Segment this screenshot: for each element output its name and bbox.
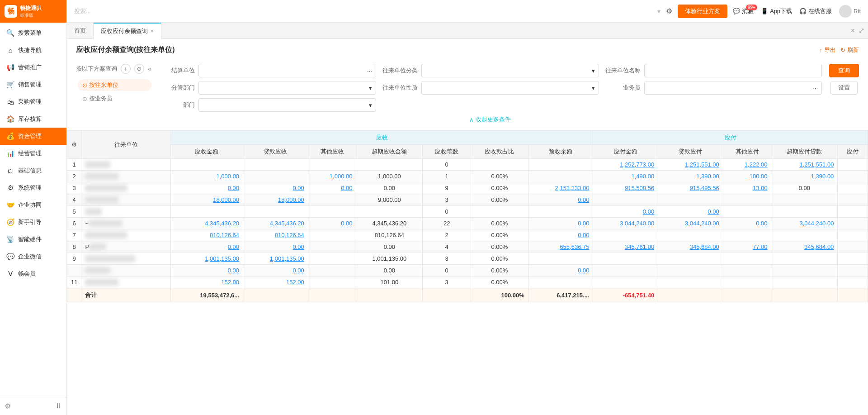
row-ap-amount[interactable]: 1,490.00 <box>593 171 658 182</box>
query-button[interactable]: 查询 <box>829 64 859 77</box>
tab-close-icon[interactable]: × <box>151 28 154 34</box>
app-download-btn[interactable]: 📱 App下载 <box>761 7 792 15</box>
settle-unit-input[interactable]: ··· <box>198 64 376 77</box>
row-ap-loan[interactable]: 915,495.56 <box>658 182 723 194</box>
table-settings-icon[interactable]: ⚙ <box>71 141 77 148</box>
row-ap-other[interactable]: 0.00 <box>723 218 771 229</box>
sidebar-item-finance[interactable]: 💰 资金管理 <box>0 128 66 145</box>
row-ap-overdue[interactable]: 1,251,551.00 <box>771 159 838 171</box>
sidebar-item-wechat[interactable]: 💬 企业微信 <box>0 248 66 265</box>
row-ap-amount[interactable]: 1,252,773.00 <box>593 159 658 171</box>
row-ap-amount[interactable]: 3,044,240.00 <box>593 218 658 229</box>
row-ar-prepay[interactable]: 0.00 <box>528 194 593 206</box>
filter-add-btn[interactable]: + <box>121 64 131 74</box>
row-ap-loan[interactable]: 3,044,240.00 <box>658 218 723 229</box>
row-ap-amount[interactable]: 915,508.56 <box>593 182 658 194</box>
employee-input[interactable]: ··· <box>644 81 822 95</box>
row-ar-amount[interactable]: 18,000.00 <box>170 194 243 206</box>
subunit-select[interactable]: ▾ <box>198 98 376 112</box>
scheme-by-employee[interactable]: ⊙ 按业务员 <box>78 93 151 105</box>
online-service-btn[interactable]: 🎧 在线客服 <box>799 7 832 15</box>
row-ar-prepay[interactable]: 0.00 <box>528 265 593 277</box>
partner-nature-select[interactable]: ▾ <box>421 81 599 95</box>
sidebar-item-nav[interactable]: ⌂ 快捷导航 <box>0 42 66 59</box>
row-ar-prepay[interactable]: 0.00 <box>528 229 593 241</box>
collapse-footer-icon[interactable]: ⏸ <box>55 402 62 410</box>
filter-collapse-btn[interactable]: ∧ 收起更多条件 <box>159 114 822 125</box>
sidebar-item-hardware[interactable]: 📡 智能硬件 <box>0 231 66 248</box>
row-ar-amount[interactable]: 152.00 <box>170 277 243 288</box>
window-expand-icon[interactable]: ⤢ <box>859 26 864 35</box>
sidebar-item-inventory[interactable]: 🏠 库存核算 <box>0 110 66 128</box>
row-ar-loan[interactable]: 0.00 <box>243 182 308 194</box>
row-ap-overdue[interactable]: 345,684.00 <box>771 241 838 253</box>
partner-category-select[interactable]: ▾ <box>421 64 599 77</box>
footer-ap-loan <box>658 288 723 302</box>
row-ap-other[interactable]: 77.00 <box>723 241 771 253</box>
tab-ar-ap[interactable]: 应收应付余额查询 × <box>94 23 161 39</box>
row-no: 4 <box>67 194 81 206</box>
row-ap-amount[interactable]: 0.00 <box>593 206 658 218</box>
scheme-by-partner[interactable]: ⊙ 按往来单位 <box>78 79 151 91</box>
row-ap-loan[interactable]: 1,251,551.00 <box>658 159 723 171</box>
sidebar-item-base[interactable]: 🗂 基础信息 <box>0 162 66 179</box>
row-ar-loan[interactable]: 1,001,135.00 <box>243 253 308 265</box>
row-ap-other[interactable]: 100.00 <box>723 171 771 182</box>
sidebar-item-system[interactable]: ⚙ 系统管理 <box>0 179 66 196</box>
sidebar-item-search[interactable]: 🔍 搜索菜单 <box>0 24 66 42</box>
row-ar-prepay[interactable]: 2,153,333.00 <box>528 182 593 194</box>
row-ar-amount[interactable]: 0.00 <box>170 241 243 253</box>
sidebar-item-purchase[interactable]: 🛍 采购管理 <box>0 93 66 110</box>
sidebar-item-sales[interactable]: 🛒 销售管理 <box>0 76 66 93</box>
breadcrumb-dropdown-icon[interactable]: ▾ <box>657 8 660 15</box>
user-profile[interactable]: Rit <box>839 5 861 18</box>
filter-scheme-btn[interactable]: ⊙ <box>134 64 144 74</box>
dept-select[interactable]: ▾ <box>198 81 376 95</box>
row-ar-amount[interactable]: 0.00 <box>170 182 243 194</box>
sidebar-item-member[interactable]: Ⅴ 畅会员 <box>0 265 66 282</box>
settings-footer-icon[interactable]: ⚙ <box>5 402 11 410</box>
window-close-icon[interactable]: × <box>851 27 855 35</box>
row-ar-loan[interactable]: 0.00 <box>243 241 308 253</box>
refresh-button[interactable]: ↻ 刷新 <box>840 46 859 54</box>
row-ar-other[interactable]: 1,000.00 <box>308 171 356 182</box>
row-ar-loan[interactable]: 810,126.64 <box>243 229 308 241</box>
row-ar-other[interactable]: 0.00 <box>308 218 356 229</box>
promo-button[interactable]: 体验行业方案 <box>678 5 727 18</box>
row-ar-loan[interactable]: 18,000.00 <box>243 194 308 206</box>
row-ap-other[interactable]: 1,222.00 <box>723 159 771 171</box>
notifications-btn[interactable]: 💬 消息 99+ <box>733 7 754 15</box>
export-button[interactable]: ↑ 导出 <box>820 46 836 54</box>
row-ap-loan[interactable]: 0.00 <box>658 206 723 218</box>
partner-name-input[interactable] <box>644 64 822 77</box>
sidebar-item-guide[interactable]: 🧭 新手引导 <box>0 214 66 231</box>
filter-collapse-btn[interactable]: « <box>148 65 151 72</box>
row-ap-other[interactable]: 13.00 <box>723 182 771 194</box>
row-ap-amount[interactable]: 345,761.00 <box>593 241 658 253</box>
row-ap-loan[interactable]: 345,684.00 <box>658 241 723 253</box>
row-ar-loan[interactable]: 0.00 <box>243 265 308 277</box>
row-ar-prepay[interactable]: 655,636.75 <box>528 241 593 253</box>
row-ar-amount[interactable]: 1,000.00 <box>170 171 243 182</box>
row-ar-other[interactable]: 0.00 <box>308 182 356 194</box>
row-ar-loan[interactable]: 152.00 <box>243 277 308 288</box>
sidebar-item-operation[interactable]: 📊 经营管理 <box>0 145 66 162</box>
row-ar-amount[interactable]: 1,001,135.00 <box>170 253 243 265</box>
row-ap-loan[interactable]: 1,390.00 <box>658 171 723 182</box>
setting-button[interactable]: 设置 <box>830 81 858 95</box>
row-ar-loan[interactable]: 4,345,436.20 <box>243 218 308 229</box>
sidebar: 畅 畅捷通叭 标准版 🔍 搜索菜单 ⌂ 快捷导航 📢 营销推广 🛒 销售管理 🛍… <box>0 0 67 415</box>
row-ar-amount[interactable]: 0.00 <box>170 265 243 277</box>
row-ar-prepay[interactable]: 0.00 <box>528 218 593 229</box>
row-ap-overdue[interactable]: 1,390.00 <box>771 171 838 182</box>
tab-home[interactable]: 首页 <box>67 23 94 39</box>
table-container[interactable]: ⚙ 往来单位 应收 应付 应收金额 贷款应收 其他应收 超期应收金额 应收笔数 … <box>67 130 868 415</box>
row-ar-amount[interactable]: 4,345,436.20 <box>170 218 243 229</box>
row-ar-amount[interactable]: 810,126.64 <box>170 229 243 241</box>
sidebar-item-coop[interactable]: 🤝 企业协同 <box>0 196 66 214</box>
employee-label: 业务员 <box>604 84 641 92</box>
row-ap-overdue[interactable]: 3,044,240.00 <box>771 218 838 229</box>
header-gear-icon[interactable]: ⚙ <box>666 7 672 15</box>
sidebar-item-marketing[interactable]: 📢 营销推广 <box>0 59 66 76</box>
settings-col-header[interactable]: ⚙ <box>67 131 81 159</box>
